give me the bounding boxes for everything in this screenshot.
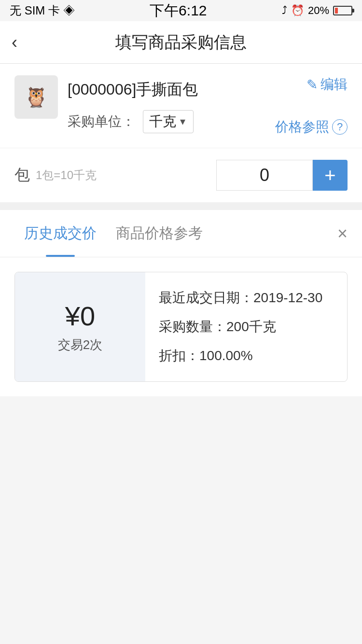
help-icon: ? xyxy=(332,119,348,135)
product-image: 🦉 xyxy=(14,75,58,119)
quantity-plus-button[interactable]: + xyxy=(313,160,348,191)
purchase-qty-value: 200千克 xyxy=(226,319,276,334)
edit-icon: ✎ xyxy=(306,77,318,93)
price-card-right: 最近成交日期：2019-12-30 采购数量：200千克 折扣：100.00% xyxy=(145,272,336,381)
chevron-down-icon: ▾ xyxy=(180,115,185,128)
quantity-row: 包 1包=10千克 0 + xyxy=(0,148,362,202)
discount-value: 100.00% xyxy=(199,348,253,363)
price-ref-button[interactable]: 价格参照 ? xyxy=(275,118,348,136)
section-divider xyxy=(0,202,362,210)
recent-date-label: 最近成交日期： xyxy=(159,290,253,305)
status-time: 下午6:12 xyxy=(150,1,207,21)
battery-icon xyxy=(333,6,352,15)
edit-button[interactable]: ✎ 编辑 xyxy=(306,75,348,94)
battery-percent: 20% xyxy=(308,4,329,17)
price-detail-purchase-qty: 采购数量：200千克 xyxy=(159,317,322,337)
product-thumbnail-icon: 🦉 xyxy=(24,86,48,109)
quantity-controls: 0 + xyxy=(216,160,348,191)
status-right: ⤴ ⏰ 20% xyxy=(282,4,352,17)
page-title: 填写商品采购信息 xyxy=(115,31,247,54)
product-card: 🦉 [0000006]手撕面包 采购单位： 千克 ▾ ✎ 编辑 价格参照 xyxy=(0,64,362,148)
unit-label: 采购单位： xyxy=(68,112,135,131)
price-transaction-count: 交易2次 xyxy=(58,336,102,353)
recent-date-value: 2019-12-30 xyxy=(253,290,322,305)
price-amount: ¥0 xyxy=(65,300,95,332)
product-info: [0000006]手撕面包 采购单位： 千克 ▾ xyxy=(68,75,198,133)
quantity-input[interactable]: 0 xyxy=(216,160,313,191)
location-icon: ⤴ xyxy=(282,4,287,17)
edit-label: 编辑 xyxy=(320,75,348,94)
unit-value: 千克 xyxy=(149,112,176,131)
qty-unit-badge: 包 xyxy=(14,165,30,186)
status-left: 无 SIM 卡 ◈ xyxy=(10,3,75,18)
tab-product-price-ref[interactable]: 商品价格参考 xyxy=(106,210,212,257)
product-name: [0000006]手撕面包 xyxy=(68,79,198,100)
qty-sub-label: 1包=10千克 xyxy=(36,168,97,183)
price-detail-discount: 折扣：100.00% xyxy=(159,346,322,366)
price-panel-tabs: 历史成交价 商品价格参考 × xyxy=(0,210,362,257)
quantity-label-group: 包 1包=10千克 xyxy=(14,165,97,186)
price-ref-label: 价格参照 xyxy=(275,118,329,136)
price-panel: 历史成交价 商品价格参考 × ¥0 交易2次 最近成交日期：2019-12-30… xyxy=(0,210,362,396)
price-card-area: ¥0 交易2次 最近成交日期：2019-12-30 采购数量：200千克 折扣：… xyxy=(0,257,362,396)
unit-select[interactable]: 千克 ▾ xyxy=(143,110,194,133)
nav-bar: ‹ 填写商品采购信息 xyxy=(0,21,362,64)
back-button[interactable]: ‹ xyxy=(12,32,17,53)
panel-close-button[interactable]: × xyxy=(337,224,348,244)
price-detail-recent-date: 最近成交日期：2019-12-30 xyxy=(159,288,322,308)
price-card: ¥0 交易2次 最近成交日期：2019-12-30 采购数量：200千克 折扣：… xyxy=(14,272,348,382)
purchase-qty-label: 采购数量： xyxy=(159,319,226,334)
tab-history-price[interactable]: 历史成交价 xyxy=(14,210,106,257)
product-unit-row: 采购单位： 千克 ▾ xyxy=(68,110,198,133)
price-card-left: ¥0 交易2次 xyxy=(15,272,145,381)
product-right: ✎ 编辑 价格参照 ? xyxy=(275,75,348,136)
discount-label: 折扣： xyxy=(159,348,199,363)
signal-text: 无 SIM 卡 ◈ xyxy=(10,3,75,18)
status-bar: 无 SIM 卡 ◈ 下午6:12 ⤴ ⏰ 20% xyxy=(0,0,362,21)
alarm-icon: ⏰ xyxy=(291,4,304,17)
